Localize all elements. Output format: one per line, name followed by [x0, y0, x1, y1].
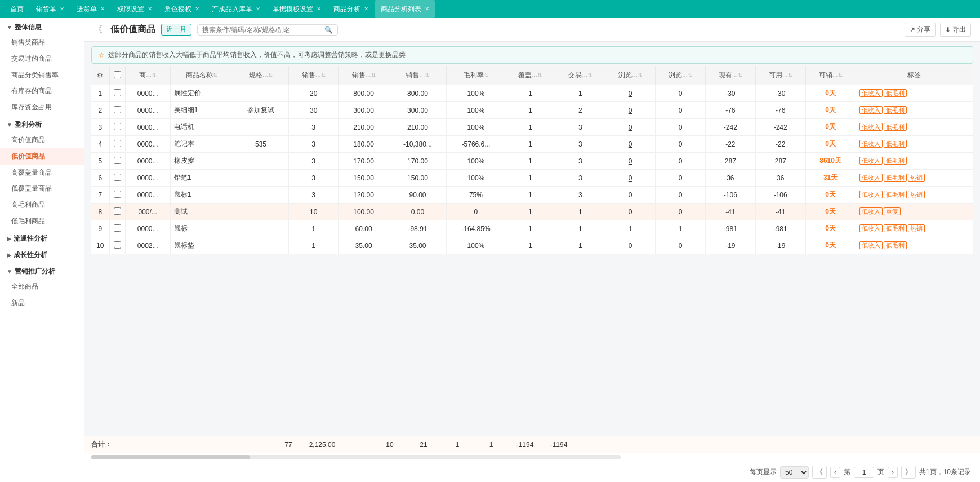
row-browse1[interactable]: 0 [605, 237, 656, 254]
sales-qty-col-header[interactable]: 销售...⇅ [288, 66, 338, 85]
nav-purchase-order[interactable]: 进货单✕ [71, 0, 110, 18]
sidebar-group-overall[interactable]: ▼ 整体信息 [0, 18, 84, 34]
browse1-link[interactable]: 0 [629, 157, 632, 165]
row-browse1[interactable]: 0 [605, 153, 656, 170]
row-browse1[interactable]: 0 [605, 119, 656, 136]
nav-product-analysis-close[interactable]: ✕ [364, 0, 368, 18]
code-col-header[interactable]: 商...⇅ [125, 66, 170, 85]
sidebar-item-low-value[interactable]: 低价值商品 [0, 148, 84, 165]
first-page-btn[interactable]: 《 [812, 466, 827, 479]
sidebar-item-stock-products[interactable]: 有库存的商品 [0, 83, 84, 99]
page-size-select[interactable]: 50 100 200 [780, 466, 809, 479]
transactions-col-header[interactable]: 交易...⇅ [555, 66, 605, 85]
sidebar-item-high-value[interactable]: 高价值商品 [0, 132, 84, 148]
browse1-link[interactable]: 0 [629, 107, 632, 114]
sidebar-group-profit[interactable]: ▼ 盈利分析 [0, 116, 84, 132]
row-browse1[interactable]: 0 [605, 204, 656, 220]
search-input[interactable] [202, 26, 324, 34]
row-select-checkbox[interactable] [114, 89, 121, 96]
gross-margin-col-header[interactable]: 毛利率⇅ [447, 66, 505, 85]
row-select-checkbox[interactable] [114, 224, 121, 232]
tags-col-header[interactable]: 标签 [856, 66, 973, 85]
sidebar-item-stock-capital[interactable]: 库存资金占用 [0, 99, 84, 116]
nav-template-settings-close[interactable]: ✕ [317, 0, 321, 18]
browse1-link[interactable]: 0 [629, 90, 632, 98]
search-icon[interactable]: 🔍 [324, 26, 333, 34]
nav-role-auth[interactable]: 角色授权✕ [159, 0, 205, 18]
nav-product-analysis[interactable]: 商品分析✕ [328, 0, 374, 18]
row-checkbox[interactable] [109, 237, 125, 254]
nav-permission[interactable]: 权限设置✕ [112, 0, 158, 18]
browse1-link[interactable]: 0 [629, 140, 632, 148]
select-all-checkbox[interactable] [114, 71, 121, 78]
spec-col-header[interactable]: 规格...⇅ [233, 66, 289, 85]
sales-price-col-header[interactable]: 销售...⇅ [338, 66, 389, 85]
row-checkbox[interactable] [109, 170, 125, 187]
sidebar-item-low-margin[interactable]: 低毛利商品 [0, 213, 84, 229]
settings-col-header[interactable]: ⚙ [91, 66, 109, 85]
name-col-header[interactable]: 商品名称⇅ [170, 66, 233, 85]
nav-sales-order-close[interactable]: ✕ [60, 0, 64, 18]
browse1-link[interactable]: 0 [629, 208, 632, 216]
sidebar-item-all-products[interactable]: 全部商品 [0, 278, 84, 295]
nav-purchase-order-close[interactable]: ✕ [100, 0, 105, 18]
browse1-link[interactable]: 0 [629, 123, 632, 131]
nav-product-analysis-list[interactable]: 商品分析列表✕ [375, 0, 435, 18]
row-checkbox[interactable] [109, 102, 125, 119]
coverage-col-header[interactable]: 覆盖...⇅ [505, 66, 555, 85]
nav-product-inbound[interactable]: 产成品入库单✕ [206, 0, 266, 18]
filter-tag-btn[interactable]: 近一月 [161, 24, 191, 36]
checkbox-col-header[interactable] [109, 66, 125, 85]
row-select-checkbox[interactable] [114, 174, 121, 181]
sidebar-item-high-coverage[interactable]: 高覆盖量商品 [0, 165, 84, 181]
sidebar-group-marketing[interactable]: ▼ 营销推广分析 [0, 262, 84, 278]
browse1-col-header[interactable]: 浏览...⇅ [605, 66, 656, 85]
sidebar-item-high-margin[interactable]: 高毛利商品 [0, 197, 84, 213]
row-browse1[interactable]: 0 [605, 85, 656, 102]
row-select-checkbox[interactable] [114, 191, 121, 198]
row-checkbox[interactable] [109, 187, 125, 204]
row-select-checkbox[interactable] [114, 241, 121, 249]
nav-permission-close[interactable]: ✕ [148, 0, 152, 18]
row-checkbox[interactable] [109, 85, 125, 102]
browse1-link[interactable]: 0 [629, 191, 632, 199]
current-stock-col-header[interactable]: 现有...⇅ [705, 66, 755, 85]
nav-template-settings[interactable]: 单据模板设置✕ [267, 0, 327, 18]
row-select-checkbox[interactable] [114, 140, 121, 147]
row-browse1[interactable]: 0 [605, 187, 656, 204]
row-checkbox[interactable] [109, 220, 125, 237]
row-browse1[interactable]: 1 [605, 220, 656, 237]
next-page-btn[interactable]: › [888, 467, 898, 478]
row-checkbox[interactable] [109, 204, 125, 220]
row-select-checkbox[interactable] [114, 207, 121, 215]
sidebar-item-low-coverage[interactable]: 低覆盖量商品 [0, 180, 84, 197]
sidebar-item-traded-products[interactable]: 交易过的商品 [0, 51, 84, 67]
nav-role-auth-close[interactable]: ✕ [195, 0, 199, 18]
sidebar-item-new-products[interactable]: 新品 [0, 295, 84, 311]
browse1-link[interactable]: 1 [629, 225, 632, 233]
share-button[interactable]: ↗ 分享 [905, 23, 936, 37]
sales-amt-col-header[interactable]: 销售...⇅ [389, 66, 447, 85]
row-browse1[interactable]: 0 [605, 136, 656, 153]
sidebar-group-circulation[interactable]: ▶ 流通性分析 [0, 229, 84, 246]
browse2-col-header[interactable]: 浏览...⇅ [656, 66, 706, 85]
row-browse1[interactable]: 0 [605, 102, 656, 119]
available-col-header[interactable]: 可用...⇅ [755, 66, 805, 85]
row-checkbox[interactable] [109, 136, 125, 153]
row-select-checkbox[interactable] [114, 123, 121, 130]
browse1-link[interactable]: 0 [629, 174, 632, 182]
nav-product-analysis-list-close[interactable]: ✕ [425, 0, 429, 18]
nav-home[interactable]: 首页 [5, 0, 29, 18]
row-browse1[interactable]: 0 [605, 170, 656, 187]
export-button[interactable]: ⬇ 导出 [940, 23, 971, 37]
sidebar-group-growth[interactable]: ▶ 成长性分析 [0, 246, 84, 262]
page-number-input[interactable] [854, 467, 874, 478]
nav-sales-order[interactable]: 销货单✕ [30, 0, 70, 18]
sidebar-item-category-sales-rate[interactable]: 商品分类销售率 [0, 67, 84, 83]
row-select-checkbox[interactable] [114, 157, 121, 164]
sidebar-collapse-btn[interactable]: 《 [93, 24, 103, 36]
last-page-btn[interactable]: 》 [901, 466, 916, 479]
row-select-checkbox[interactable] [114, 106, 121, 113]
saleable-col-header[interactable]: 可销...⇅ [805, 66, 856, 85]
prev-page-btn[interactable]: ‹ [830, 467, 840, 478]
